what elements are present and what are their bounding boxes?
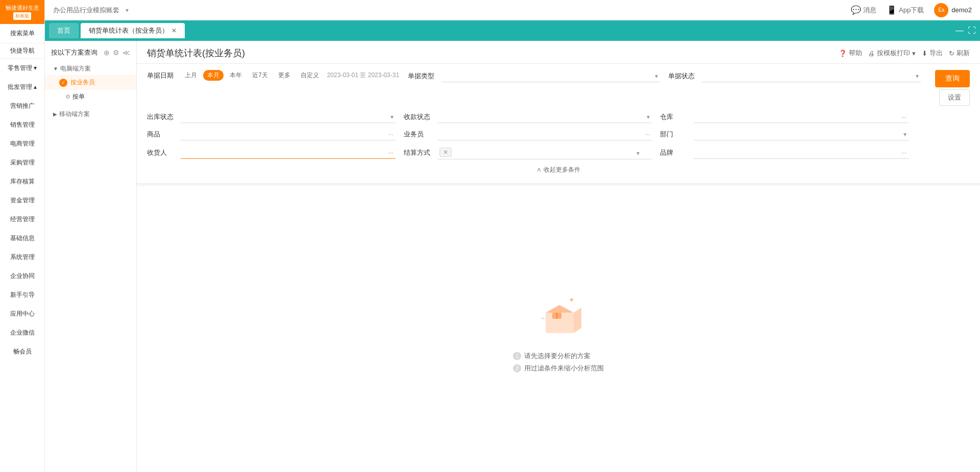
- tab-minimize-btn[interactable]: —: [955, 26, 964, 35]
- receiptstatus-dropdown-icon[interactable]: [647, 113, 650, 121]
- main-area: 办公用品行业模拟账套 ▾ 💬 消息 📱 App下载 Ea demo2 首页: [45, 0, 980, 472]
- panel-settings-icon[interactable]: ⚙: [113, 49, 119, 57]
- filter-area: 单据日期 上月 本月 本年 近7天 更多 自定义 2023-03-01 至 20…: [137, 64, 980, 184]
- panel-header: 按以下方案查询 ⊕ ⚙ ≪: [45, 45, 136, 60]
- doctype-control: [442, 70, 660, 82]
- sidebar-item-wechat[interactable]: 企业微信: [0, 323, 44, 342]
- sidebar-item-wholesale[interactable]: 批发管理 ▴: [0, 78, 44, 97]
- warehouse-dots-icon[interactable]: ···: [901, 113, 906, 121]
- sidebar-item-enterprise[interactable]: 企业协同: [0, 267, 44, 286]
- warehouse-input[interactable]: [694, 111, 909, 123]
- warehouse-label: 仓库: [660, 112, 690, 122]
- consignee-input[interactable]: [181, 147, 396, 159]
- sidebar-item-appcenter[interactable]: 应用中心: [0, 304, 44, 323]
- brand-label: 品牌: [660, 148, 690, 157]
- receiptstatus-filter: 收款状态: [404, 111, 652, 123]
- sidebar-item-member[interactable]: 畅会员: [0, 342, 44, 361]
- panel-section-mobile-header[interactable]: ▶ 移动端方案: [45, 108, 136, 121]
- username-label: demo2: [951, 6, 972, 14]
- date-tab-thismonth[interactable]: 本月: [203, 70, 224, 81]
- doctype-filter: 单据类型: [408, 70, 660, 82]
- receiptstatus-input[interactable]: [437, 111, 652, 123]
- content-area: 按以下方案查询 ⊕ ⚙ ≪ ▼ 电脑端方案 ✓ 按业务员 ⚙ 按单: [45, 41, 980, 472]
- payment-label: 结算方式: [404, 148, 433, 157]
- consignee-dots-icon[interactable]: ···: [388, 149, 394, 156]
- payment-dropdown-icon[interactable]: [636, 149, 640, 156]
- outstatus-dropdown-icon[interactable]: [390, 113, 394, 121]
- sidebar-item-inventory[interactable]: 库存核算: [0, 172, 44, 191]
- byorder-label: 按单: [72, 92, 85, 101]
- collapse-bar[interactable]: ∧ 收起更多条件: [147, 162, 970, 177]
- goods-label: 商品: [147, 130, 177, 139]
- doctype-dropdown-icon[interactable]: [655, 73, 658, 80]
- goods-dots-icon[interactable]: ···: [388, 131, 394, 138]
- topbar-dropdown-icon[interactable]: ▾: [126, 7, 129, 14]
- sidebar-search[interactable]: 搜索菜单: [0, 24, 44, 43]
- page-title: 销货单统计表(按业务员): [147, 47, 245, 59]
- sidebar-item-operation[interactable]: 经营管理: [0, 210, 44, 229]
- sidebar-item-finance[interactable]: 资金管理: [0, 191, 44, 210]
- left-panel: 按以下方案查询 ⊕ ⚙ ≪ ▼ 电脑端方案 ✓ 按业务员 ⚙ 按单: [45, 41, 137, 472]
- logo-text: 畅捷通好生意: [2, 4, 42, 11]
- payment-tag-close-icon[interactable]: ✕: [443, 149, 448, 156]
- brand-dots-icon[interactable]: ···: [901, 149, 906, 156]
- topbar-title: 办公用品行业模拟账套: [53, 6, 119, 15]
- help-label: 帮助: [849, 49, 862, 58]
- query-button[interactable]: 查询: [935, 70, 970, 87]
- sidebar-quicknav[interactable]: 快捷导航: [0, 43, 44, 59]
- export-btn[interactable]: ⬇ 导出: [922, 49, 943, 58]
- tab-home[interactable]: 首页: [49, 23, 79, 38]
- goods-input[interactable]: [181, 128, 396, 140]
- docstatus-dropdown-icon[interactable]: [916, 73, 919, 80]
- sidebar-item-system[interactable]: 系统管理: [0, 248, 44, 267]
- sidebar-item-retail[interactable]: 零售管理 ▾: [0, 59, 44, 78]
- docstatus-input[interactable]: [702, 70, 921, 82]
- app-logo[interactable]: 畅捷通好生意 标账版: [0, 0, 44, 24]
- date-tab-custom[interactable]: 自定义: [297, 70, 323, 81]
- brand-control: ···: [694, 147, 909, 159]
- doctype-input[interactable]: [442, 70, 660, 82]
- app-download-btn[interactable]: 📱 App下载: [887, 5, 924, 15]
- tab-maximize-btn[interactable]: ⛶: [968, 26, 976, 35]
- tab-sales-stat[interactable]: 销货单统计表（按业务员） ✕: [81, 23, 185, 38]
- panel-collapse-icon[interactable]: ≪: [122, 49, 130, 57]
- panel-item-byorder[interactable]: ⚙ 按单: [45, 90, 136, 104]
- print-btn[interactable]: 🖨 按模板打印 ▾: [868, 49, 916, 58]
- message-btn[interactable]: 💬 消息: [851, 5, 876, 15]
- sidebar-item-marketing[interactable]: 营销推广: [0, 97, 44, 115]
- panel-section-pc: ▼ 电脑端方案 ✓ 按业务员 ⚙ 按单: [45, 60, 136, 106]
- salesperson-input[interactable]: [437, 128, 652, 140]
- tab-close-icon[interactable]: ✕: [172, 27, 177, 34]
- section-arrow-icon: ▼: [53, 66, 58, 72]
- warehouse-filter: 仓库 ···: [660, 111, 909, 123]
- panel-item-salesperson[interactable]: ✓ 按业务员: [45, 75, 136, 90]
- brand-input[interactable]: [694, 147, 909, 159]
- print-arrow-icon: ▾: [912, 50, 916, 57]
- date-tab-7days[interactable]: 近7天: [248, 70, 272, 81]
- outstatus-input[interactable]: [181, 111, 396, 123]
- sidebar-item-newuser[interactable]: 新手引导: [0, 286, 44, 304]
- panel-header-actions: ⊕ ⚙ ≪: [104, 49, 130, 57]
- sidebar-item-sales[interactable]: 销售管理: [0, 115, 44, 134]
- tab-sales-stat-label: 销货单统计表（按业务员）: [89, 26, 168, 35]
- set-button[interactable]: 设置: [939, 89, 970, 106]
- dept-dropdown-icon[interactable]: [903, 131, 906, 138]
- sidebar-item-ecommerce[interactable]: 电商管理: [0, 134, 44, 153]
- sidebar-item-purchase[interactable]: 采购管理: [0, 153, 44, 172]
- panel-add-icon[interactable]: ⊕: [104, 49, 110, 57]
- tab-home-label: 首页: [57, 26, 70, 35]
- sidebar-item-basicinfo[interactable]: 基础信息: [0, 229, 44, 248]
- panel-section-pc-header[interactable]: ▼ 电脑端方案: [45, 62, 136, 75]
- tip1-text: 请先选择要分析的方案: [524, 351, 591, 361]
- user-avatar[interactable]: Ea demo2: [934, 3, 972, 17]
- date-tab-lastmonth[interactable]: 上月: [181, 70, 201, 81]
- print-label: 按模板打印: [877, 49, 910, 58]
- avatar-initials: Ea: [938, 7, 944, 13]
- date-tab-more[interactable]: 更多: [274, 70, 295, 81]
- help-btn[interactable]: ❓ 帮助: [839, 49, 862, 58]
- dept-label: 部门: [660, 130, 690, 139]
- date-tab-thisyear[interactable]: 本年: [226, 70, 246, 81]
- refresh-btn[interactable]: ↻ 刷新: [949, 49, 970, 58]
- dept-input[interactable]: [694, 128, 909, 140]
- salesperson-dots-icon[interactable]: ···: [645, 131, 650, 138]
